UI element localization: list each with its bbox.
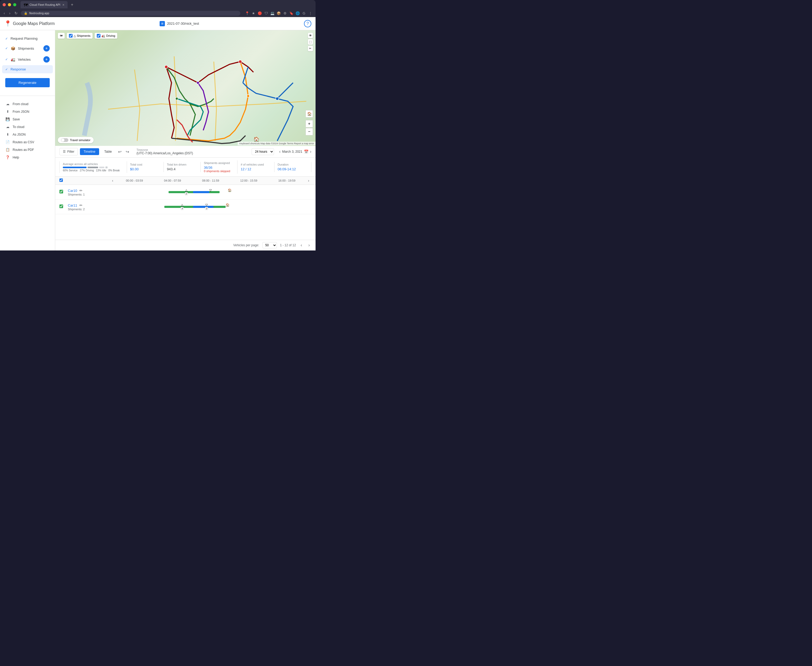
filter-button[interactable]: ☰ Filter xyxy=(59,148,78,155)
car11-home-icon: 🏠 xyxy=(226,203,229,207)
per-page-select[interactable]: 10 25 50 100 xyxy=(262,242,277,248)
car11-delivery-marker[interactable]: ▽ 2 xyxy=(205,203,208,210)
add-vehicles-button[interactable]: + xyxy=(43,56,50,63)
google-account-icon[interactable]: G xyxy=(301,11,307,15)
bookmark-icon[interactable]: ★ xyxy=(251,11,256,15)
svg-point-3 xyxy=(276,97,279,100)
car11-edit-button[interactable]: ✏ xyxy=(79,203,83,208)
check-icon-shipments: ✓ xyxy=(5,46,8,50)
date-next-button[interactable]: › xyxy=(310,149,311,154)
driving-checkbox[interactable] xyxy=(97,34,101,38)
regenerate-button[interactable]: Regenerate xyxy=(5,78,50,87)
vehicles-used-stat: # of vehicles used 12 / 12 xyxy=(238,162,274,172)
timeline-prev-button[interactable]: ‹ xyxy=(110,178,116,183)
sidebar-label-request-planning: Request Planning xyxy=(10,36,38,41)
zoom-out-button[interactable]: − xyxy=(305,128,313,135)
pagination-prev-button[interactable]: ‹ xyxy=(299,242,304,248)
as-json-action[interactable]: ⬇ As JSON xyxy=(2,130,53,138)
driving-filter-button[interactable]: 🚛 Driving xyxy=(95,33,117,39)
from-json-action[interactable]: ⬆ From JSON xyxy=(2,108,53,115)
svg-point-5 xyxy=(197,81,199,84)
pagination-next-button[interactable]: › xyxy=(307,242,311,248)
tab-title: Cloud Fleet Routing API xyxy=(30,3,60,6)
tab-close-button[interactable]: ✕ xyxy=(62,3,64,6)
car10-timeline-bar-blue xyxy=(193,191,209,193)
sidebar-divider xyxy=(0,96,55,96)
sidebar-item-vehicles[interactable]: ✓ 🚛 Vehicles + xyxy=(2,54,53,65)
sidebar-item-response[interactable]: ✓ Response xyxy=(2,65,53,73)
add-shipments-button[interactable]: + xyxy=(43,45,50,51)
car10-name[interactable]: Car10 xyxy=(68,189,77,193)
shipments-filter-button[interactable]: △ Shipments xyxy=(67,33,92,39)
new-tab-button[interactable]: + xyxy=(71,2,73,7)
help-button[interactable]: ? xyxy=(304,20,311,27)
extension-icon-6: 🔖 xyxy=(289,11,294,15)
car11-checkbox[interactable] xyxy=(59,204,63,208)
map-credits: Keyboard shortcuts Map data ©2024 Google… xyxy=(238,142,315,145)
car10-edit-button[interactable]: ✏ xyxy=(79,188,83,193)
lasso-tool-button[interactable]: ✂ xyxy=(308,46,313,51)
svg-point-4 xyxy=(175,97,178,100)
timeline-button[interactable]: Timeline xyxy=(80,148,99,155)
save-action[interactable]: 💾 Save xyxy=(2,115,53,123)
traffic-light-yellow[interactable] xyxy=(8,3,11,6)
url-box[interactable]: 🔒 fleetrouting.app xyxy=(21,11,240,16)
routes-pdf-action[interactable]: 📋 Routes as PDF xyxy=(2,146,53,153)
timeline-next-button[interactable]: › xyxy=(306,178,311,183)
check-icon-vehicles: ✓ xyxy=(5,58,8,61)
traffic-light-green[interactable] xyxy=(13,3,16,6)
as-json-label: As JSON xyxy=(13,133,25,137)
routes-csv-icon: 📄 xyxy=(5,140,10,144)
selection-tool-button[interactable]: ⬚ xyxy=(308,39,313,45)
address-bar: ‹ › ↻ 🔒 fleetrouting.app 📍 ★ 🔴 🛡 💻 📦 ⚙ 🔖… xyxy=(0,10,315,17)
car10-checkbox[interactable] xyxy=(59,190,63,193)
shipments-checkbox[interactable] xyxy=(69,34,73,38)
duration-value: 06:09-14:12 xyxy=(278,167,308,171)
reload-button[interactable]: ↻ xyxy=(13,10,19,16)
car11-pickup-icon: △ xyxy=(181,203,183,207)
average-stat-block: Average across all vehicles 60% Service … xyxy=(59,162,127,173)
from-cloud-action[interactable]: ☁ From cloud xyxy=(2,100,53,108)
car10-pickup-marker[interactable]: △ 2 xyxy=(185,188,188,195)
browser-tab[interactable]: 🗺 Cloud Fleet Routing API ✕ xyxy=(20,1,68,8)
to-cloud-action[interactable]: ☁ To cloud xyxy=(2,123,53,130)
svg-point-0 xyxy=(165,66,168,69)
zoom-in-button[interactable]: + xyxy=(305,120,313,127)
date-prev-button[interactable]: ‹ xyxy=(279,149,281,154)
travel-sim-switch[interactable] xyxy=(61,138,68,142)
sidebar-item-request-planning[interactable]: ✓ Request Planning xyxy=(2,35,53,43)
car10-home-marker[interactable]: 🏠 xyxy=(228,188,232,192)
car11-home-marker[interactable]: 🏠 xyxy=(226,203,229,207)
map-home-button[interactable]: 🏠 xyxy=(305,110,313,117)
hours-select[interactable]: 24 hours 12 hours 6 hours xyxy=(252,148,274,155)
select-all-checkbox[interactable] xyxy=(59,178,63,182)
table-button[interactable]: Table xyxy=(101,148,115,155)
help-label: Help xyxy=(13,156,19,159)
traffic-light-red[interactable] xyxy=(3,3,6,6)
header-project-info: ⊞ 2021-07-30/nick_test xyxy=(55,21,304,26)
car10-delivery-marker[interactable]: ▽ xyxy=(209,188,212,192)
break-segment xyxy=(106,166,107,168)
routes-pdf-label: Routes as PDF xyxy=(13,148,34,152)
car10-pickup-count: 2 xyxy=(185,192,188,195)
forward-button[interactable]: › xyxy=(8,10,12,16)
total-km-label: Total km driven xyxy=(167,163,197,166)
back-button[interactable]: ‹ xyxy=(3,10,6,16)
travel-sim-toggle[interactable]: Travel simulator xyxy=(58,137,94,143)
travel-simulator-control: Travel simulator xyxy=(58,137,94,143)
sidebar-label-response: Response xyxy=(10,67,26,71)
car11-name[interactable]: Car11 xyxy=(68,203,77,208)
calendar-icon[interactable]: 📅 xyxy=(304,150,309,154)
sidebar-actions: ☁ From cloud ⬆ From JSON 💾 Save ☁ To clo… xyxy=(0,100,55,161)
redo-button[interactable]: ↪ xyxy=(125,148,130,155)
timeline-time-slots: 00:00 - 03:59 04:00 - 07:59 08:00 - 11:5… xyxy=(116,179,306,182)
satellite-toggle-button[interactable]: 🗺 xyxy=(58,33,65,39)
eye-toggle-button[interactable]: 👁 xyxy=(308,33,313,38)
undo-button[interactable]: ↩ xyxy=(117,148,122,155)
routes-csv-action[interactable]: 📄 Routes as CSV xyxy=(2,138,53,146)
sidebar-item-shipments[interactable]: ✓ 📦 Shipments + xyxy=(2,43,53,54)
extension-icon-2: 🛡 xyxy=(264,11,269,15)
menu-icon[interactable]: ⋮ xyxy=(308,11,313,15)
car11-pickup-marker[interactable]: △ 3 xyxy=(181,203,183,210)
help-action[interactable]: ❓ Help xyxy=(2,153,53,161)
